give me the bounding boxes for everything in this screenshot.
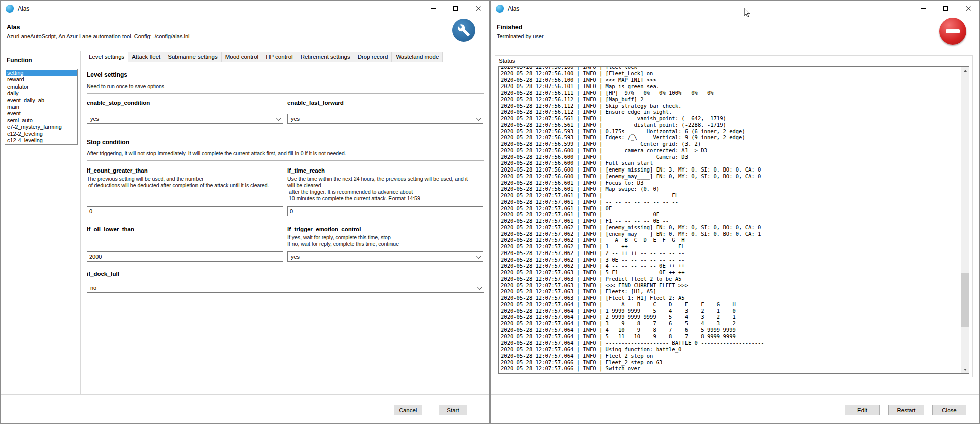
level-settings-panel: Level settings Need to run once to save … — [81, 62, 489, 293]
field-label-enable-stop-condition: enable_stop_condition — [87, 100, 283, 106]
if-count-greater-than-input[interactable] — [87, 206, 283, 216]
scroll-up-icon — [964, 70, 967, 72]
close-icon — [965, 6, 971, 12]
divider — [87, 93, 484, 94]
if-oil-lower-than-input[interactable] — [87, 251, 283, 262]
settings-tabstrip: Level settingsAttack fleetSubmarine sett… — [81, 51, 489, 62]
if-dock-full-value: no — [90, 285, 96, 291]
scroll-down-button[interactable] — [961, 366, 969, 373]
status-label: Status — [499, 58, 515, 64]
maximize-button[interactable] — [444, 1, 467, 16]
field-label-if-trigger-emotion-control: if_trigger_emotion_control — [287, 226, 483, 232]
if-time-reach-input[interactable] — [287, 206, 483, 216]
field-desc: If yes, wait for reply, complete this ti… — [287, 234, 483, 241]
minimize-button[interactable] — [912, 1, 934, 16]
enable-stop-condition-select[interactable]: yes — [87, 114, 283, 124]
sidebar-item-event[interactable]: event — [6, 110, 77, 117]
if-trigger-emotion-control-select[interactable]: yes — [287, 251, 483, 262]
no-entry-icon — [946, 29, 960, 33]
window-title: Alas — [508, 5, 519, 12]
enable-stop-condition-value: yes — [90, 116, 99, 122]
if-dock-full-select[interactable]: no — [87, 283, 484, 293]
field-desc: 10 minutes to complete the current attac… — [287, 195, 483, 202]
close-button[interactable] — [957, 1, 979, 16]
field-label-if-count-greater-than: if_count_greater_than — [87, 167, 283, 174]
tab-mood-control[interactable]: Mood control — [221, 52, 262, 62]
field-label-if-oil-lower-than: if_oil_lower_than — [87, 226, 283, 232]
alas-run-window: Alas Finished Terminated by user Status … — [490, 0, 980, 424]
function-label: Function — [7, 57, 80, 64]
app-header: Alas AzurLaneAutoScript, An Azur Lane au… — [1, 17, 489, 50]
minimize-icon — [431, 8, 436, 9]
chevron-down-icon — [276, 116, 281, 121]
tab-drop-record[interactable]: Drop record — [354, 52, 393, 62]
scroll-down-icon — [964, 369, 967, 371]
scroll-up-button[interactable] — [961, 67, 969, 74]
run-header: Finished Terminated by user — [491, 17, 979, 50]
field-label-if-dock-full: if_dock_full — [87, 271, 484, 277]
chevron-down-icon — [476, 116, 481, 121]
sidebar-item-emulator[interactable]: emulator — [6, 83, 77, 90]
sidebar-item-daily[interactable]: daily — [6, 90, 77, 97]
wrench-icon — [457, 24, 470, 37]
sidebar-item-semi_auto[interactable]: semi_auto — [6, 117, 77, 124]
chevron-down-icon — [476, 253, 481, 259]
app-subtitle: AzurLaneAutoScript, An Azur Lane automat… — [7, 33, 489, 39]
scrollbar-thumb[interactable] — [961, 273, 969, 327]
close-run-button[interactable]: Close — [932, 405, 966, 415]
tab-level-settings[interactable]: Level settings — [85, 51, 128, 62]
tab-hp-control[interactable]: HP control — [262, 52, 297, 62]
chevron-down-icon — [477, 285, 482, 290]
field-desc: The previous setting will be used, and t… — [87, 176, 283, 182]
field-label-enable-fast-forward: enable_fast_forward — [287, 100, 483, 106]
left-footer: Cancel Start — [1, 394, 489, 423]
status-log: 2020-05-28 12:07:56.100 | INFO | fleet_l… — [499, 66, 969, 374]
sidebar-item-c12-4_leveling[interactable]: c12-4_leveling — [6, 137, 77, 144]
enable-fast-forward-value: yes — [291, 116, 300, 122]
log-viewport[interactable]: 2020-05-28 12:07:56.100 | INFO | fleet_l… — [498, 66, 969, 374]
sidebar-item-reward[interactable]: reward — [6, 76, 77, 83]
section-title-stop-condition: Stop condition — [87, 139, 484, 146]
field-label-if-time-reach: if_time_reach — [287, 167, 483, 174]
enable-fast-forward-select[interactable]: yes — [287, 114, 483, 124]
app-title: Alas — [7, 24, 489, 31]
maximize-button[interactable] — [934, 1, 957, 16]
function-sidebar: Function settingrewardemulatordailyevent… — [1, 51, 81, 394]
tab-attack-fleet[interactable]: Attack fleet — [128, 52, 164, 62]
sidebar-item-c12-2_leveling[interactable]: c12-2_leveling — [6, 131, 77, 137]
titlebar: Alas — [491, 1, 979, 17]
edit-button[interactable]: Edit — [845, 405, 880, 415]
field-desc: of deductions will be deducted after com… — [87, 182, 283, 189]
sidebar-item-main[interactable]: main — [6, 104, 77, 110]
tab-wasteland-mode[interactable]: Wasteland mode — [391, 52, 443, 62]
start-button[interactable]: Start — [439, 405, 467, 415]
sidebar-item-event_daily_ab[interactable]: event_daily_ab — [6, 97, 77, 104]
alas-config-window: Alas Alas AzurLaneAutoScript, An Azur La… — [0, 0, 490, 424]
status-groupbox: Status 2020-05-28 12:07:56.100 | INFO | … — [495, 55, 973, 377]
close-button[interactable] — [467, 1, 489, 16]
section-desc-level-settings: Need to run once to save options — [87, 83, 484, 89]
minimize-button[interactable] — [422, 1, 444, 16]
mouse-cursor — [744, 7, 751, 18]
log-scrollbar[interactable] — [961, 67, 969, 373]
restart-button[interactable]: Restart — [888, 405, 924, 415]
sidebar-item-c7-2_mystery_farming[interactable]: c7-2_mystery_farming — [6, 124, 77, 130]
stopped-badge — [939, 18, 966, 45]
minimize-icon — [921, 8, 926, 9]
tools-badge — [452, 19, 475, 42]
titlebar: Alas — [1, 1, 489, 17]
section-title-level-settings: Level settings — [87, 71, 484, 78]
cancel-button[interactable]: Cancel — [394, 405, 422, 415]
field-desc: after the trigger. It is recommended to … — [287, 189, 483, 195]
if-trigger-emotion-control-value: yes — [291, 253, 300, 260]
field-desc: If no, wait for reply, complete this tim… — [287, 241, 483, 247]
field-desc: will be cleared — [287, 182, 483, 189]
sidebar-item-setting[interactable]: setting — [6, 70, 77, 76]
right-footer: Edit Restart Close — [491, 394, 979, 423]
tab-retirement-settings[interactable]: Retirement settings — [297, 52, 354, 62]
section-desc-stop-condition: After triggering, it will not stop immed… — [87, 150, 484, 156]
run-status-subtitle: Terminated by user — [497, 33, 979, 39]
maximize-icon — [943, 6, 948, 11]
function-list[interactable]: settingrewardemulatordailyevent_daily_ab… — [5, 69, 78, 145]
tab-submarine-settings[interactable]: Submarine settings — [164, 52, 221, 62]
